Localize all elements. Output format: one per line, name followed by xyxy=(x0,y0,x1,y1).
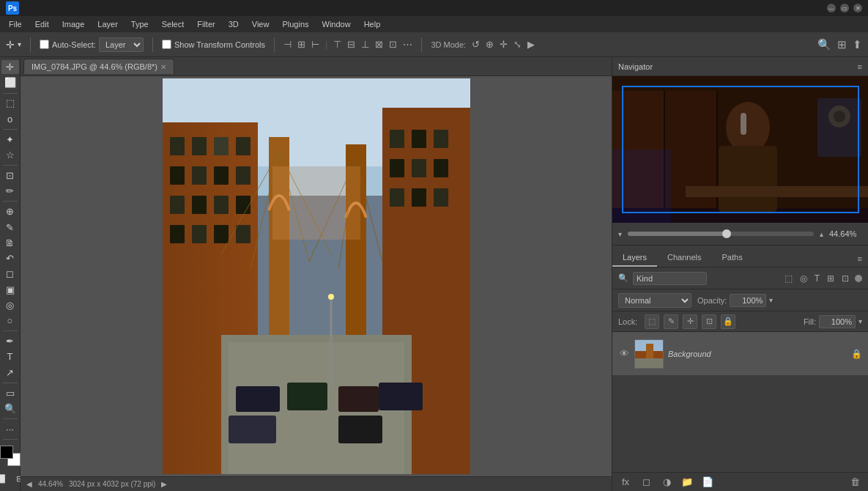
opacity-chevron-icon[interactable]: ▾ xyxy=(769,296,773,304)
autoselect-checkbox[interactable] xyxy=(40,40,49,49)
zoom-thumb[interactable] xyxy=(722,229,731,238)
align-top-icon[interactable]: ⊤ xyxy=(333,39,341,50)
menu-select[interactable]: Select xyxy=(156,18,190,30)
3d-orbit-icon[interactable]: ⊕ xyxy=(486,39,494,50)
close-tab-button[interactable]: ✕ xyxy=(160,63,166,71)
menu-image[interactable]: Image xyxy=(56,18,91,30)
align-left-icon[interactable]: ⊣ xyxy=(283,39,292,50)
share-icon[interactable]: ⬆ xyxy=(853,38,862,51)
tab-channels[interactable]: Channels xyxy=(657,249,711,267)
layers-panel-menu-icon[interactable]: ≡ xyxy=(852,251,868,267)
more-tools[interactable]: ··· xyxy=(1,422,19,436)
move-tool[interactable]: ✛ xyxy=(1,60,19,74)
new-adjustment-button[interactable]: ◑ xyxy=(659,476,674,489)
artboard-tool[interactable]: ⬜ xyxy=(1,75,19,89)
path-select-tool[interactable]: ↗ xyxy=(1,365,19,379)
eraser-tool[interactable]: ◻ xyxy=(1,267,19,281)
distribute-v-icon[interactable]: ⊡ xyxy=(389,39,397,50)
status-arrows-right[interactable]: ▶ xyxy=(161,480,167,488)
window-controls[interactable]: — ▭ ✕ xyxy=(827,4,862,12)
blur-tool[interactable]: ◎ xyxy=(1,298,19,312)
layer-shape-icon[interactable]: ⊞ xyxy=(826,272,836,285)
menu-window[interactable]: Window xyxy=(316,18,357,30)
layer-item-background[interactable]: 👁 Background 🔒 xyxy=(612,332,868,376)
more-options-icon[interactable]: ⋯ xyxy=(403,39,412,50)
3d-video-icon[interactable]: ▶ xyxy=(527,39,535,50)
gradient-tool[interactable]: ▣ xyxy=(1,282,19,296)
layer-smart-icon[interactable]: ⊡ xyxy=(840,272,850,285)
history-brush-tool[interactable]: ↶ xyxy=(1,251,19,265)
new-layer-button[interactable]: 📄 xyxy=(700,476,715,489)
healing-tool[interactable]: ⊕ xyxy=(1,204,19,218)
autoselect-dropdown[interactable]: Layer Group xyxy=(99,37,144,52)
distribute-h-icon[interactable]: ⊠ xyxy=(375,39,383,50)
lock-pixels-button[interactable]: ⬚ xyxy=(645,314,659,329)
3d-move-icon[interactable]: ✛ xyxy=(500,39,508,50)
lock-image-button[interactable]: ✎ xyxy=(664,314,678,329)
opacity-input[interactable] xyxy=(730,294,766,307)
align-bottom-icon[interactable]: ⊥ xyxy=(361,39,369,50)
layout-icon[interactable]: ⊞ xyxy=(837,38,847,51)
text-tool[interactable]: T xyxy=(1,350,19,363)
lasso-tool[interactable]: ο xyxy=(1,112,19,126)
lock-position-button[interactable]: ✛ xyxy=(683,314,697,329)
zoom-slider[interactable] xyxy=(628,232,814,236)
layer-visibility-toggle[interactable]: 👁 xyxy=(618,348,630,360)
layers-kind-dropdown[interactable] xyxy=(633,272,707,285)
search-icon[interactable]: 🔍 xyxy=(817,38,831,51)
navigator-collapse-icon[interactable]: ≡ xyxy=(858,62,862,71)
crop-tool[interactable]: ⊡ xyxy=(1,169,19,182)
layer-adjust-icon[interactable]: ◎ xyxy=(798,272,809,285)
navigator-preview[interactable] xyxy=(612,76,868,223)
tab-paths[interactable]: Paths xyxy=(712,249,753,267)
3d-scale-icon[interactable]: ⤡ xyxy=(513,39,522,50)
marquee-tool[interactable]: ⬚ xyxy=(1,96,19,110)
menu-file[interactable]: File xyxy=(3,18,28,30)
maximize-button[interactable]: ▭ xyxy=(840,4,849,12)
magic-wand-tool[interactable]: ✦ xyxy=(1,133,19,147)
document-tab[interactable]: IMG_0784.JPG @ 44.6% (RGB/8*) ✕ xyxy=(23,59,174,74)
pen-tool[interactable]: ✒ xyxy=(1,334,19,348)
screen-mode-btn[interactable]: ⬜ xyxy=(0,470,10,488)
eyedropper-tool[interactable]: ✏ xyxy=(1,184,19,198)
menu-edit[interactable]: Edit xyxy=(29,18,55,30)
menu-type[interactable]: Type xyxy=(125,18,155,30)
align-middle-v-icon[interactable]: ⊟ xyxy=(347,39,355,50)
fill-input[interactable] xyxy=(819,315,856,328)
menu-3d[interactable]: 3D xyxy=(223,18,245,30)
lock-artboard-button[interactable]: ⊡ xyxy=(702,314,716,329)
new-group-button[interactable]: 📁 xyxy=(680,476,694,489)
zoom-tool[interactable]: 🔍 xyxy=(1,402,19,416)
layer-filter-toggle[interactable] xyxy=(855,275,862,282)
menu-view[interactable]: View xyxy=(246,18,275,30)
align-right-icon[interactable]: ⊢ xyxy=(311,39,319,50)
lock-all-button[interactable]: 🔒 xyxy=(721,314,735,329)
delete-layer-button[interactable]: 🗑 xyxy=(847,476,862,489)
fill-chevron-icon[interactable]: ▾ xyxy=(858,317,862,325)
menu-filter[interactable]: Filter xyxy=(191,18,220,30)
3d-rotate-icon[interactable]: ↺ xyxy=(472,39,480,50)
shape-tool[interactable]: ▭ xyxy=(1,386,19,400)
foreground-color-swatch[interactable] xyxy=(0,446,13,459)
menu-help[interactable]: Help xyxy=(358,18,387,30)
status-arrows-left[interactable]: ◀ xyxy=(26,480,32,488)
brush-tool[interactable]: ✎ xyxy=(1,220,19,234)
zoom-in-icon[interactable]: ▴ xyxy=(820,230,823,238)
add-style-button[interactable]: fx xyxy=(618,476,633,489)
menu-plugins[interactable]: Plugins xyxy=(276,18,314,30)
minimize-button[interactable]: — xyxy=(827,4,836,12)
dodge-tool[interactable]: ○ xyxy=(1,314,19,328)
canvas-scroll[interactable] xyxy=(21,76,612,476)
menu-layer[interactable]: Layer xyxy=(92,18,124,30)
add-mask-button[interactable]: ◻ xyxy=(639,476,653,489)
blend-mode-select[interactable]: Normal Dissolve Multiply Screen Overlay xyxy=(618,293,691,308)
quick-select-tool[interactable]: ☆ xyxy=(1,148,19,162)
close-button[interactable]: ✕ xyxy=(853,4,862,12)
stamp-tool[interactable]: 🗎 xyxy=(1,236,19,250)
layer-pixel-icon[interactable]: ⬚ xyxy=(783,272,794,285)
zoom-out-icon[interactable]: ▾ xyxy=(618,230,622,238)
tab-layers[interactable]: Layers xyxy=(612,249,657,267)
transform-checkbox[interactable] xyxy=(162,40,171,49)
layer-text-icon[interactable]: T xyxy=(813,272,821,285)
align-center-h-icon[interactable]: ⊞ xyxy=(297,39,305,50)
